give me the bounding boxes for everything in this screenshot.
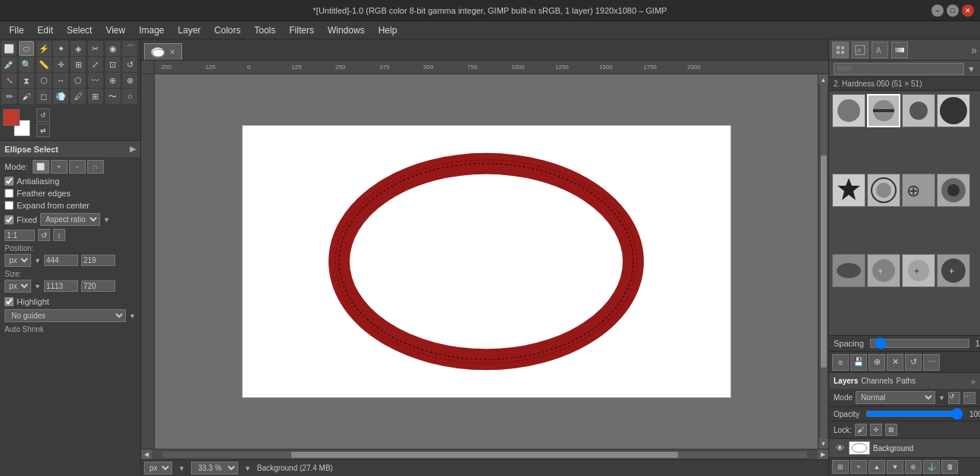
brushes-tab-icon[interactable]	[832, 42, 849, 58]
tool-transform[interactable]: ⤢	[88, 57, 103, 72]
menu-select[interactable]: Select	[61, 23, 98, 37]
anchor-layer-button[interactable]: ⚓	[923, 460, 940, 474]
position-x-input[interactable]	[44, 255, 78, 266]
ratio-swap-button[interactable]: ↕	[53, 229, 65, 241]
filter-expand-button[interactable]: ▼	[967, 64, 975, 74]
tool-rotate[interactable]: ↺	[122, 57, 137, 72]
tool-foreground-select[interactable]: ◉	[105, 41, 121, 56]
tool-clone[interactable]: ⊞	[88, 89, 103, 104]
tab-paths[interactable]: Paths	[897, 377, 916, 385]
layer-visibility-icon[interactable]: 👁	[834, 442, 846, 454]
brush-item[interactable]	[832, 254, 865, 287]
lock-alpha-button[interactable]: ⊠	[885, 424, 897, 436]
panel-expand-button[interactable]: »	[971, 44, 977, 56]
menu-view[interactable]: View	[99, 23, 131, 37]
view-list-button[interactable]: ≡	[832, 354, 849, 371]
highlight-checkbox[interactable]	[5, 297, 14, 306]
tool-measure[interactable]: 📏	[36, 57, 52, 72]
tool-ink[interactable]: 🖊	[71, 89, 86, 104]
lock-pixels-button[interactable]: 🖌	[855, 424, 867, 436]
aspect-ratio-dropdown[interactable]: Aspect ratio	[40, 213, 100, 226]
brush-item[interactable]: +	[937, 254, 970, 287]
tool-align[interactable]: ⊞	[71, 57, 86, 72]
canvas-tab-untitled[interactable]: ✕	[144, 43, 182, 60]
position-unit-select[interactable]: px	[5, 254, 31, 267]
size-width-input[interactable]	[44, 280, 78, 292]
menu-tools[interactable]: Tools	[248, 23, 281, 37]
preset-refresh-button[interactable]: ↺	[905, 354, 922, 371]
tool-shear[interactable]: ⧗	[19, 73, 34, 88]
brush-item[interactable]	[902, 94, 935, 127]
minimize-button[interactable]: –	[931, 5, 944, 17]
tool-cage[interactable]: ⬠	[71, 73, 86, 88]
brush-item[interactable]	[937, 94, 970, 127]
tool-perspective-clone[interactable]: ⊗	[122, 73, 137, 88]
brush-item[interactable]	[867, 174, 900, 207]
zoom-select[interactable]: 33.3 %	[191, 462, 238, 474]
menu-layer[interactable]: Layer	[172, 23, 207, 37]
menu-help[interactable]: Help	[372, 23, 404, 37]
tab-channels[interactable]: Channels	[861, 377, 893, 385]
preset-restore-button[interactable]: ⊕	[868, 354, 885, 371]
brush-item-active[interactable]	[867, 94, 900, 127]
tool-free-select[interactable]: ⚡	[36, 41, 52, 56]
new-layer-group-button[interactable]: ⊞	[832, 460, 849, 474]
duplicate-layer-button[interactable]: ⊕	[905, 460, 922, 474]
tool-perspective[interactable]: ⬡	[36, 73, 52, 88]
fg-bg-colors[interactable]	[3, 109, 30, 136]
layer-mode-dropdown[interactable]: Normal	[856, 391, 935, 404]
size-unit-select[interactable]: px	[5, 280, 31, 293]
fixed-checkbox[interactable]	[5, 215, 14, 224]
maximize-button[interactable]: □	[947, 5, 959, 17]
gradients-tab-icon[interactable]	[891, 42, 908, 58]
tool-fuzzy-select[interactable]: ✦	[53, 41, 68, 56]
tool-smudge[interactable]: 〜	[105, 89, 121, 104]
mode-config-button[interactable]: ⋯	[963, 392, 975, 404]
tool-eraser[interactable]: ◻	[36, 89, 52, 104]
size-height-input[interactable]	[81, 280, 115, 292]
scroll-up-button[interactable]: ▲	[818, 74, 829, 85]
vertical-scroll-track[interactable]	[821, 85, 827, 438]
scroll-down-button[interactable]: ▼	[818, 438, 829, 449]
new-layer-button[interactable]: +	[850, 460, 867, 474]
menu-filters[interactable]: Filters	[283, 23, 320, 37]
spacing-slider[interactable]	[870, 339, 969, 348]
tool-rect-select[interactable]: ⬜	[2, 41, 17, 56]
tool-options-expand[interactable]: ▶	[130, 144, 136, 154]
fonts-tab-icon[interactable]: A	[872, 42, 888, 58]
menu-image[interactable]: Image	[133, 23, 170, 37]
tool-ellipse-select[interactable]: ⬭	[19, 41, 34, 56]
brush-item[interactable]: +	[902, 254, 935, 287]
tool-scale[interactable]: ⤡	[2, 73, 17, 88]
tool-dodge[interactable]: ○	[122, 89, 137, 104]
preset-config-button[interactable]: ⋯	[923, 354, 940, 371]
tool-zoom[interactable]: 🔍	[19, 57, 34, 72]
tool-move[interactable]: ✛	[53, 57, 68, 72]
menu-file[interactable]: File	[3, 23, 30, 37]
delete-layer-button[interactable]: 🗑	[941, 460, 958, 474]
tool-pencil[interactable]: ✏	[2, 89, 17, 104]
canvas-scrollbar-right[interactable]: ▲ ▼	[818, 74, 828, 449]
tool-scissors[interactable]: ✂	[88, 41, 103, 56]
tool-warp[interactable]: 〰	[88, 73, 103, 88]
swap-colors-button[interactable]: ⇄	[36, 124, 50, 137]
tool-heal[interactable]: ⊕	[105, 73, 121, 88]
layers-expand-button[interactable]: »	[971, 377, 975, 386]
vertical-scroll-thumb[interactable]	[821, 155, 827, 368]
canvas-scrollbar-horizontal[interactable]: ◀ ▶	[141, 449, 828, 459]
position-y-input[interactable]	[81, 255, 115, 266]
close-button[interactable]: ✕	[962, 5, 974, 17]
mode-replace-button[interactable]: ⬜	[33, 160, 49, 174]
mode-subtract-button[interactable]: −	[69, 160, 86, 174]
raise-layer-button[interactable]: ▲	[868, 460, 885, 474]
opacity-slider[interactable]	[865, 409, 963, 418]
brush-item[interactable]	[832, 174, 865, 207]
horizontal-scroll-thumb[interactable]	[291, 452, 678, 458]
canvas-viewport[interactable]	[155, 74, 818, 449]
mode-intersect-button[interactable]: ∩	[87, 160, 104, 174]
canvas-tab-close-button[interactable]: ✕	[169, 48, 175, 56]
lower-layer-button[interactable]: ▼	[887, 460, 903, 474]
menu-colors[interactable]: Colors	[209, 23, 247, 37]
lock-position-button[interactable]: ✛	[870, 424, 882, 436]
ratio-input[interactable]	[5, 230, 35, 241]
